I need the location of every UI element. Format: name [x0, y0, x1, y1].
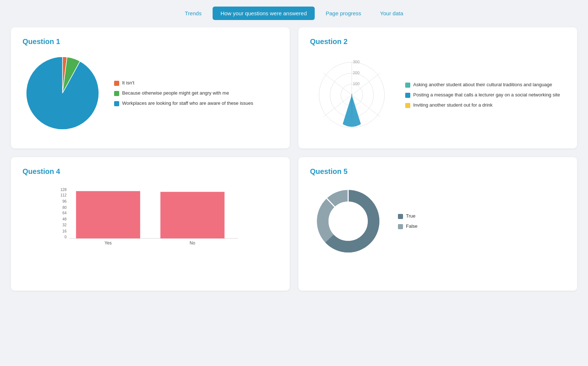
q2-legend-label-1: Posting a message that calls a lecturer … [413, 92, 560, 98]
question-2-title: Question 2 [310, 37, 565, 46]
question-4-title: Question 4 [23, 167, 278, 176]
question-1-legend: It isn't Because otherwise people might … [114, 80, 253, 106]
legend-label-0: It isn't [122, 80, 134, 85]
legend-label-2: Workplaces are looking for staff who are… [122, 100, 253, 106]
question-1-title: Question 1 [23, 37, 278, 46]
question-1-card: Question 1 It isn't Because otherwise pe… [11, 27, 290, 148]
q2-legend-label-0: Asking another student about their cultu… [413, 82, 552, 87]
bar-yes [76, 191, 140, 238]
nav-bar: Trends How your questions were answered … [0, 0, 588, 27]
q5-legend-item-1: False [398, 223, 463, 229]
q2-swatch-yellow [405, 103, 410, 108]
q5-legend-label-1: False [406, 223, 418, 229]
svg-text:No: No [190, 240, 196, 246]
svg-text:80: 80 [63, 206, 67, 210]
q5-swatch-light [398, 224, 403, 229]
question-4-card: Question 4 128 112 96 80 64 48 32 16 0 [11, 157, 290, 291]
svg-point-29 [329, 202, 368, 241]
svg-text:96: 96 [63, 199, 67, 203]
q2-legend-item-0: Asking another student about their cultu… [405, 82, 560, 88]
svg-text:48: 48 [63, 217, 67, 221]
svg-text:200: 200 [353, 71, 359, 75]
question-5-card: Question 5 [298, 157, 577, 291]
svg-text:100: 100 [353, 81, 359, 86]
tab-trends[interactable]: Trends [177, 7, 210, 20]
legend-label-1: Because otherwise people might get angry… [122, 90, 229, 96]
q5-legend-item-0: True [398, 213, 463, 219]
q5-swatch-dark [398, 214, 403, 219]
svg-text:64: 64 [63, 211, 67, 215]
svg-text:128: 128 [60, 188, 67, 192]
q2-legend-label-2: Inviting another student out for a drink [413, 102, 492, 108]
question-2-radar: 300 200 100 [310, 53, 394, 137]
swatch-orange [114, 81, 119, 86]
svg-line-11 [323, 73, 352, 95]
svg-text:32: 32 [63, 223, 67, 227]
question-2-legend: Asking another student about their cultu… [405, 82, 560, 108]
q5-legend-label-0: True [406, 213, 415, 219]
tab-your-data[interactable]: Your data [372, 7, 411, 20]
tab-how-answered[interactable]: How your questions were answered [213, 7, 315, 20]
svg-text:0: 0 [65, 235, 67, 239]
question-5-legend: True False [398, 213, 463, 229]
question-2-card: Question 2 300 200 100 [298, 27, 577, 148]
svg-text:Yes: Yes [105, 240, 112, 246]
question-5-donut [310, 183, 386, 259]
q2-legend-item-1: Posting a message that calls a lecturer … [405, 92, 560, 98]
legend-item-2: Workplaces are looking for staff who are… [114, 100, 253, 106]
bar-no [160, 192, 224, 238]
q2-legend-item-2: Inviting another student out for a drink [405, 102, 560, 108]
question-1-chart-area: It isn't Because otherwise people might … [23, 53, 278, 133]
question-1-pie [23, 53, 102, 133]
legend-item-1: Because otherwise people might get angry… [114, 90, 253, 96]
legend-item-0: It isn't [114, 80, 253, 86]
tab-page-progress[interactable]: Page progress [318, 7, 369, 20]
question-2-chart-area: 300 200 100 [310, 53, 565, 137]
swatch-blue [114, 101, 119, 106]
swatch-green [114, 91, 119, 96]
question-4-bar-chart: 128 112 96 80 64 48 32 16 0 Yes No [23, 183, 278, 279]
svg-text:300: 300 [353, 60, 359, 64]
q2-swatch-blue [405, 93, 410, 98]
question-4-svg: 128 112 96 80 64 48 32 16 0 Yes No [23, 183, 278, 278]
q2-swatch-teal [405, 83, 410, 88]
svg-text:16: 16 [63, 229, 67, 233]
svg-text:112: 112 [60, 193, 67, 197]
question-5-chart-area: True False [310, 183, 565, 259]
dashboard-grid: Question 1 It isn't Because otherwise pe… [0, 27, 588, 302]
question-5-title: Question 5 [310, 167, 565, 176]
